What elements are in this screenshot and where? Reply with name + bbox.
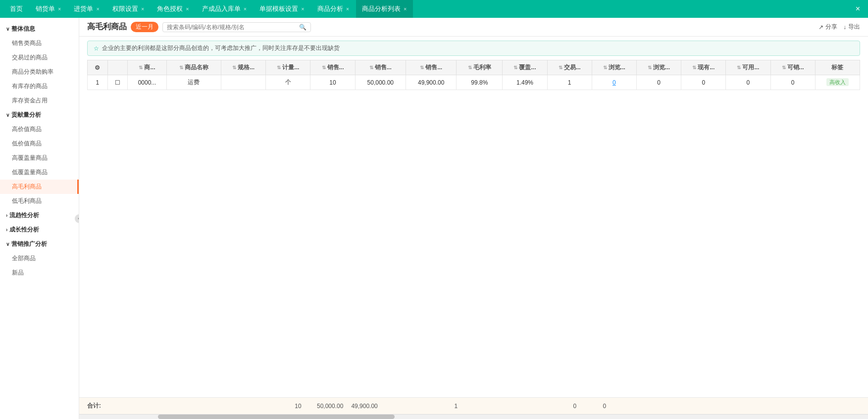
footer-cell-0 bbox=[105, 403, 135, 410]
col-label-spec: 规格... bbox=[238, 63, 255, 72]
col-header-sales_qty[interactable]: ⇅销售... bbox=[310, 60, 355, 75]
search-input[interactable] bbox=[167, 24, 297, 31]
col-header-browse2[interactable]: ⇅浏览... bbox=[636, 60, 681, 75]
nav-item-4[interactable]: 角色授权 × bbox=[151, 0, 195, 18]
footer-cell-7: 50,000.00 bbox=[313, 403, 347, 410]
browse-link[interactable]: 0 bbox=[613, 79, 616, 86]
col-label-settings: ⚙ bbox=[95, 64, 100, 71]
col-header-current_stock[interactable]: ⇅现有... bbox=[681, 60, 726, 75]
footer-cell-12 bbox=[471, 403, 501, 410]
sort-icon-sales_cost: ⇅ bbox=[420, 65, 424, 70]
nav-close-icon-7[interactable]: × bbox=[346, 6, 349, 12]
nav-item-8[interactable]: 商品分析列表 × bbox=[356, 0, 412, 18]
sidebar: « ∨整体信息销售类商品交易过的商品商品分类助购率有库存的商品库存资金占用∨贡献… bbox=[0, 18, 79, 419]
nav-close-icon-8[interactable]: × bbox=[404, 6, 407, 12]
header-actions: ↗ 分享 ↓ 导出 bbox=[818, 23, 860, 31]
share-button[interactable]: ↗ 分享 bbox=[818, 23, 837, 31]
nav-close-icon-5[interactable]: × bbox=[244, 6, 247, 12]
col-header-available[interactable]: ⇅可用... bbox=[726, 60, 770, 75]
footer-cell-16: 0 bbox=[590, 403, 619, 410]
nav-close-icon-1[interactable]: × bbox=[58, 6, 61, 12]
sidebar-group-0[interactable]: ∨整体信息 bbox=[0, 22, 79, 36]
sidebar-item-0-1[interactable]: 交易过的商品 bbox=[0, 50, 79, 65]
nav-item-2[interactable]: 进货单 × bbox=[68, 0, 105, 18]
cell-checkbox[interactable]: ☐ bbox=[107, 75, 128, 90]
bottom-scrollbar[interactable] bbox=[79, 414, 868, 419]
tip-icon: ☆ bbox=[94, 45, 99, 52]
footer-cell-6: 10 bbox=[283, 403, 313, 410]
col-header-spec[interactable]: ⇅规格... bbox=[221, 60, 266, 75]
scrollbar-thumb[interactable] bbox=[158, 415, 395, 419]
sidebar-group-3[interactable]: ›成长性分析 bbox=[0, 223, 79, 237]
col-label-name: 商品名称 bbox=[185, 63, 208, 72]
cell-browse1[interactable]: 0 bbox=[592, 75, 636, 90]
nav-item-3[interactable]: 权限设置 × bbox=[106, 0, 150, 18]
col-label-available: 可用... bbox=[742, 63, 759, 72]
col-header-gross_margin[interactable]: ⇅毛利率 bbox=[457, 60, 503, 75]
data-table: ⚙⇅商...⇅商品名称⇅规格...⇅计量...⇅销售...⇅销售...⇅销售..… bbox=[87, 60, 860, 90]
nav-item-1[interactable]: 销货单 × bbox=[30, 0, 67, 18]
sort-icon-available: ⇅ bbox=[737, 65, 741, 70]
cell-index: 1 bbox=[88, 75, 108, 90]
footer-cell-15: 0 bbox=[560, 403, 590, 410]
nav-close-icon-6[interactable]: × bbox=[301, 6, 304, 12]
search-icon[interactable]: 🔍 bbox=[299, 24, 306, 31]
footer-cells: 1050,000.0049,900.00100 bbox=[105, 403, 860, 410]
sidebar-item-1-5[interactable]: 低毛利商品 bbox=[0, 194, 79, 208]
sort-icon-coverage: ⇅ bbox=[513, 65, 517, 70]
sidebar-item-0-4[interactable]: 库存资金占用 bbox=[0, 93, 79, 108]
footer-cell-13 bbox=[501, 403, 530, 410]
sidebar-group-arrow-1: ∨ bbox=[6, 112, 9, 118]
sidebar-group-1[interactable]: ∨贡献量分析 bbox=[0, 108, 79, 122]
col-header-code[interactable]: ⇅商... bbox=[128, 60, 166, 75]
cell-name: 运费 bbox=[166, 75, 221, 90]
nav-item-7[interactable]: 商品分析 × bbox=[311, 0, 355, 18]
nav-item-5[interactable]: 产成品入库单 × bbox=[196, 0, 253, 18]
sort-icon-sales_amount: ⇅ bbox=[369, 65, 373, 70]
sidebar-group-4[interactable]: ∨营销推广分析 bbox=[0, 237, 79, 251]
col-header-unit[interactable]: ⇅计量... bbox=[266, 60, 310, 75]
cell-sales_amount: 50,000.00 bbox=[355, 75, 406, 90]
table-header: ⚙⇅商...⇅商品名称⇅规格...⇅计量...⇅销售...⇅销售...⇅销售..… bbox=[88, 60, 860, 75]
col-header-coverage[interactable]: ⇅覆盖... bbox=[503, 60, 547, 75]
sidebar-item-4-0[interactable]: 全部商品 bbox=[0, 251, 79, 266]
sidebar-item-0-0[interactable]: 销售类商品 bbox=[0, 36, 79, 50]
filter-recent-month-button[interactable]: 近一月 bbox=[131, 22, 158, 32]
col-label-sales_cost: 销售... bbox=[425, 63, 442, 72]
col-header-trade[interactable]: ⇅交易... bbox=[547, 60, 592, 75]
sidebar-group-arrow-3: › bbox=[6, 227, 7, 233]
sort-icon-sales_qty: ⇅ bbox=[322, 65, 326, 70]
sort-icon-trade: ⇅ bbox=[559, 65, 562, 70]
nav-item-0[interactable]: 首页 bbox=[4, 0, 29, 18]
sidebar-item-0-2[interactable]: 商品分类助购率 bbox=[0, 65, 79, 79]
nav-close-icon-2[interactable]: × bbox=[96, 6, 99, 12]
sidebar-item-1-2[interactable]: 高覆盖量商品 bbox=[0, 151, 79, 165]
col-header-saleable[interactable]: ⇅可销... bbox=[770, 60, 815, 75]
window-close-button[interactable]: × bbox=[852, 4, 864, 13]
col-header-sales_cost[interactable]: ⇅销售... bbox=[406, 60, 456, 75]
sidebar-item-0-3[interactable]: 有库存的商品 bbox=[0, 79, 79, 93]
col-label-sales_amount: 销售... bbox=[375, 63, 392, 72]
col-label-code: 商... bbox=[144, 63, 155, 72]
sidebar-item-4-1[interactable]: 新品 bbox=[0, 266, 79, 280]
sidebar-item-1-3[interactable]: 低覆盖量商品 bbox=[0, 165, 79, 180]
table-row: 1☐0000...运费个1050,000.0049,900.0099.8%1.4… bbox=[88, 75, 860, 90]
export-button[interactable]: ↓ 导出 bbox=[843, 23, 860, 31]
nav-close-icon-4[interactable]: × bbox=[186, 6, 189, 12]
tag-badge: 高收入 bbox=[826, 78, 849, 86]
sidebar-item-1-0[interactable]: 高价值商品 bbox=[0, 122, 79, 137]
col-header-sales_amount[interactable]: ⇅销售... bbox=[355, 60, 406, 75]
nav-close-icon-3[interactable]: × bbox=[141, 6, 144, 12]
search-box: 🔍 bbox=[162, 22, 311, 32]
col-header-browse1[interactable]: ⇅浏览... bbox=[592, 60, 636, 75]
sidebar-item-1-4[interactable]: 高毛利商品 bbox=[0, 180, 79, 194]
col-header-name[interactable]: ⇅商品名称 bbox=[166, 60, 221, 75]
footer-bar: 合计: 1050,000.0049,900.00100 bbox=[79, 397, 868, 414]
main-layout: « ∨整体信息销售类商品交易过的商品商品分类助购率有库存的商品库存资金占用∨贡献… bbox=[0, 18, 868, 419]
col-label-coverage: 覆盖... bbox=[519, 63, 536, 72]
sort-icon-gross_margin: ⇅ bbox=[468, 65, 472, 70]
sidebar-group-2[interactable]: ›流趋性分析 bbox=[0, 208, 79, 223]
nav-item-6[interactable]: 单据模板设置 × bbox=[254, 0, 310, 18]
col-label-tag: 标签 bbox=[831, 63, 843, 72]
sidebar-item-1-1[interactable]: 低价值商品 bbox=[0, 137, 79, 151]
